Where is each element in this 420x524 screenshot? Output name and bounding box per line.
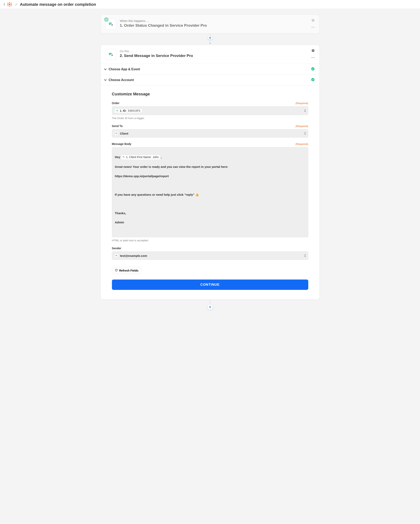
back-arrow-icon[interactable] <box>3 3 5 6</box>
trigger-app-icon <box>105 19 116 29</box>
required-label: (Required) <box>296 143 308 146</box>
order-select[interactable]: 1. ID: 536515F2 <box>112 106 308 115</box>
topbar: Automate message on order completion <box>0 0 420 9</box>
svg-point-20 <box>311 57 312 58</box>
field-send-to: Send To (Required) Client <box>112 124 308 138</box>
continue-label: CONTINUE <box>200 283 220 287</box>
msg-line4: If you have any questions or need help j… <box>115 193 199 196</box>
action-more-icon[interactable] <box>311 55 315 59</box>
pill-label: 1. Client First Name: <box>126 155 152 159</box>
required-label: (Required) <box>296 102 308 105</box>
order-help: The Order ID from a trigger. <box>112 117 308 120</box>
svg-rect-17 <box>109 54 111 55</box>
action-headline: 2. Send Message in Service Provider Pro <box>120 53 308 58</box>
arrow-down-icon <box>209 41 211 45</box>
trigger-eyebrow: When this happens ... <box>120 19 308 23</box>
send-to-select[interactable]: Client <box>112 129 308 138</box>
required-label: (Required) <box>296 125 308 128</box>
refresh-fields-button[interactable]: Refresh Fields <box>112 267 141 274</box>
message-body-help: HTML or plain text is accepted. <box>112 239 308 242</box>
section-choose-app-label: Choose App & Event <box>109 68 140 71</box>
sender-label: Sender <box>112 247 121 250</box>
svg-point-15 <box>314 27 315 27</box>
field-order: Order (Required) 1. ID: 536515F2 <box>112 102 308 120</box>
svg-rect-28 <box>115 133 116 134</box>
trigger-help-icon[interactable]: ? <box>311 19 315 23</box>
svg-rect-32 <box>115 256 116 256</box>
field-message-body: Message Body (Required) Hey1. Client Fir… <box>112 142 308 242</box>
chevron-down-icon <box>104 68 107 71</box>
svg-text:?: ? <box>312 50 314 52</box>
spp-logo-icon <box>108 21 114 27</box>
continue-button[interactable]: CONTINUE <box>112 279 308 290</box>
spp-logo-icon <box>116 109 119 112</box>
svg-rect-16 <box>109 53 112 54</box>
status-ok-icon <box>311 78 315 82</box>
select-chevrons-icon <box>304 132 306 135</box>
refresh-label: Refresh Fields <box>119 269 138 272</box>
message-body-input[interactable]: Hey1. Client First Name: John, Great new… <box>112 147 308 237</box>
check-badge-icon <box>104 17 109 22</box>
section-choose-account-label: Choose Account <box>109 78 134 82</box>
svg-rect-8 <box>7 5 9 6</box>
zap-canvas: When this happens ... 1. Order Status Ch… <box>0 9 420 319</box>
svg-rect-30 <box>123 157 123 157</box>
spp-logo-icon <box>114 131 119 135</box>
action-eyebrow: Do this ... <box>120 49 308 53</box>
svg-rect-27 <box>115 133 117 133</box>
msg-line3: https://demo.spp.io/portal/page/report <box>115 175 169 178</box>
customize-title: Customize Message <box>112 92 308 96</box>
order-pill-prefix: 1. ID: <box>120 109 127 112</box>
msg-hey: Hey <box>115 155 121 159</box>
trigger-more-icon[interactable] <box>311 25 315 28</box>
spp-logo-icon <box>108 52 114 57</box>
spp-logo-icon <box>114 254 119 258</box>
svg-rect-4 <box>11 4 12 5</box>
svg-rect-2 <box>9 6 10 7</box>
section-choose-app[interactable]: Choose App & Event <box>101 64 319 74</box>
svg-rect-5 <box>7 3 9 4</box>
svg-point-13 <box>311 27 312 27</box>
svg-rect-25 <box>116 110 117 111</box>
refresh-icon <box>115 269 118 272</box>
message-body-label: Message Body <box>112 142 131 146</box>
msg-comma: , <box>161 155 162 159</box>
add-step-button[interactable] <box>207 304 213 310</box>
send-to-value: Client <box>120 132 128 135</box>
svg-rect-9 <box>109 23 112 24</box>
edit-title-icon[interactable] <box>15 3 18 6</box>
svg-rect-26 <box>116 111 117 111</box>
client-first-name-pill: 1. Client First Name: John <box>121 155 160 160</box>
sender-select[interactable]: test@example.com <box>112 252 308 260</box>
chevron-down-icon <box>104 78 107 82</box>
pill-value: John <box>153 155 159 159</box>
order-label: Order <box>112 102 120 105</box>
action-app-icon <box>105 49 116 60</box>
svg-point-23 <box>311 67 315 70</box>
status-ok-icon <box>311 67 315 71</box>
svg-point-22 <box>314 57 315 58</box>
svg-rect-7 <box>10 3 12 4</box>
section-customize-message: Customize Message Order (Required) 1. ID… <box>101 85 319 299</box>
svg-rect-1 <box>9 2 10 3</box>
send-to-label: Send To <box>112 124 123 128</box>
order-pill-value: 536515F2 <box>128 109 140 112</box>
spp-logo-icon <box>122 155 125 159</box>
action-help-icon[interactable]: ? <box>311 49 315 53</box>
trigger-step-card[interactable]: When this happens ... 1. Order Status Ch… <box>101 15 320 34</box>
svg-rect-3 <box>7 4 8 5</box>
svg-rect-6 <box>10 5 12 6</box>
msg-line2: Great news! Your order is ready and you … <box>115 165 228 168</box>
trigger-headline: 1. Order Status Changed in Service Provi… <box>120 23 308 28</box>
svg-point-14 <box>313 27 313 27</box>
page-title: Automate message on order completion <box>20 2 96 7</box>
zapier-logo-icon <box>7 2 12 7</box>
svg-rect-10 <box>109 24 111 25</box>
svg-rect-31 <box>115 255 117 255</box>
order-pill: 1. ID: 536515F2 <box>114 108 142 113</box>
svg-text:?: ? <box>312 19 314 21</box>
section-choose-account[interactable]: Choose Account <box>101 74 319 85</box>
select-chevrons-icon <box>304 109 306 112</box>
add-step-button[interactable] <box>207 36 213 40</box>
svg-point-21 <box>313 57 313 58</box>
